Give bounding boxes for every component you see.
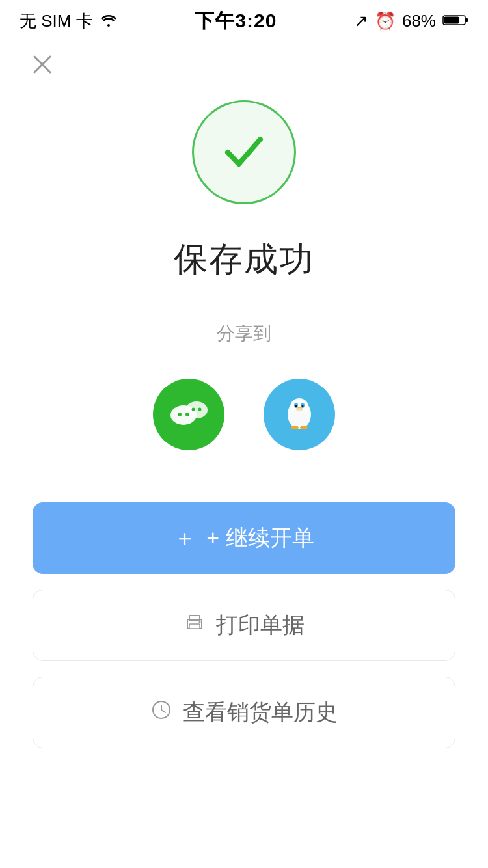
svg-point-16 [301, 405, 303, 407]
svg-line-27 [161, 710, 165, 712]
status-bar: 无 SIM 卡 下午3:20 ↗ ⏰ 68% [0, 0, 488, 42]
continue-icon: ＋ [174, 523, 196, 553]
qq-share-button[interactable] [264, 379, 335, 450]
wifi-icon [100, 11, 118, 31]
svg-point-9 [191, 407, 195, 411]
svg-point-10 [198, 407, 201, 411]
print-icon [183, 612, 206, 639]
status-time: 下午3:20 [195, 8, 277, 34]
history-label: 查看销货单历史 [183, 698, 338, 727]
print-label: 打印单据 [216, 610, 305, 640]
svg-point-19 [291, 426, 299, 429]
continue-button[interactable]: ＋ + 继续开单 [33, 502, 455, 574]
battery-text: 68% [402, 11, 436, 31]
continue-label: + 继续开单 [206, 523, 314, 553]
action-buttons: ＋ + 继续开单 打印单据 查看销货单 [0, 502, 488, 748]
main-content: 保存成功 分享到 [0, 42, 488, 748]
battery-icon [442, 11, 468, 31]
status-right: ↗ ⏰ 68% [354, 11, 468, 31]
svg-point-7 [178, 413, 182, 416]
divider-right [284, 334, 462, 334]
share-divider: 分享到 [26, 321, 462, 346]
success-circle [192, 100, 296, 204]
close-button[interactable] [26, 48, 59, 81]
svg-rect-2 [444, 16, 459, 23]
svg-point-8 [185, 413, 189, 416]
location-icon: ↗ [354, 11, 368, 31]
svg-rect-23 [189, 624, 200, 629]
svg-point-24 [199, 621, 201, 623]
carrier-text: 无 SIM 卡 [20, 10, 93, 33]
share-label: 分享到 [217, 321, 271, 346]
share-section: 分享到 [0, 321, 488, 450]
check-icon [218, 125, 270, 180]
alarm-icon: ⏰ [375, 11, 396, 31]
divider-left [26, 334, 204, 334]
success-title: 保存成功 [174, 237, 314, 282]
wechat-share-button[interactable] [153, 379, 224, 450]
history-icon [150, 699, 172, 726]
history-button[interactable]: 查看销货单历史 [33, 677, 455, 748]
share-icons [26, 379, 462, 450]
svg-point-18 [291, 408, 307, 426]
svg-rect-1 [465, 18, 468, 22]
status-left: 无 SIM 卡 [20, 10, 118, 33]
svg-point-14 [295, 405, 297, 407]
svg-point-20 [300, 426, 308, 429]
print-button[interactable]: 打印单据 [33, 590, 455, 661]
